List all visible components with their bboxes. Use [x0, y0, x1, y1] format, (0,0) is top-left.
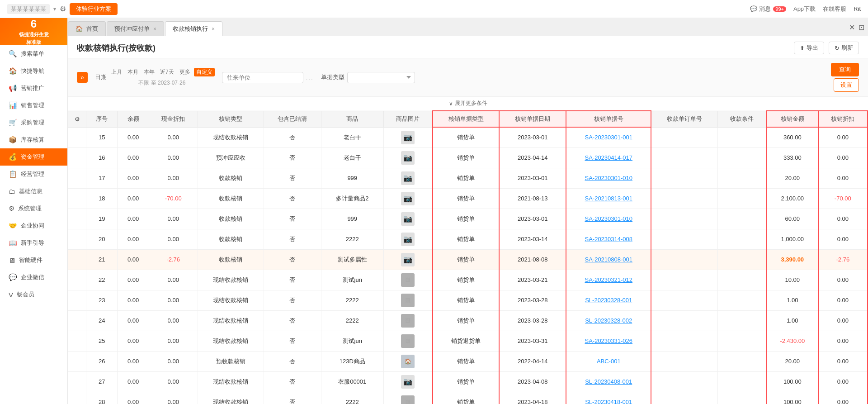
- filter-settings-button[interactable]: 设置: [834, 78, 859, 92]
- message-area[interactable]: 💬 消息 99+: [750, 5, 786, 13]
- cell-bill-no[interactable]: SA-20230321-012: [566, 270, 651, 290]
- tab-close-button[interactable]: ✕: [849, 23, 855, 31]
- cell-gear: [68, 168, 86, 188]
- cell-bill-no[interactable]: SA-20230331-026: [566, 331, 651, 351]
- cell-cancel-type: 收款核销: [198, 188, 264, 209]
- main-area: 🏠 首页 预付冲应付单 × 收款核销执行 × ✕ ⊡ 收款核销执行(按收款): [68, 18, 868, 404]
- expand-more-button[interactable]: ∨ 展开更多条件: [449, 100, 487, 107]
- date-row: 上月 本月 本年 近7天 更多 自定义: [109, 68, 215, 76]
- cell-bill-no[interactable]: SA-20210813-001: [566, 188, 651, 209]
- col-header-gear[interactable]: ⚙: [68, 111, 86, 127]
- sidebar-item-enterprise[interactable]: 🤝 企业协同: [0, 217, 67, 234]
- table-row: 20 0.00 0.00 收款核销 否 2222 📷 销货单 2023-03-1…: [68, 229, 868, 249]
- cell-bill-no[interactable]: SA-20230301-001: [566, 127, 651, 147]
- cell-product-img: 🖼: [383, 331, 433, 351]
- settings-icon[interactable]: ⚙: [60, 5, 66, 13]
- app-download-link[interactable]: App下载: [793, 5, 816, 13]
- date-last-month[interactable]: 上月: [109, 68, 124, 76]
- cell-collect-order-no: [651, 290, 717, 310]
- date-this-year[interactable]: 本年: [142, 68, 156, 76]
- cell-cancel-type: 现结收款核销: [198, 331, 264, 351]
- cell-cancel-type: 现结收款核销: [198, 392, 264, 404]
- cell-collect-condition: [717, 249, 767, 270]
- cell-collect-order-no: [651, 229, 717, 249]
- cell-bill-no[interactable]: SL-20230408-001: [566, 371, 651, 392]
- tab-collect-close-icon[interactable]: ×: [212, 26, 215, 32]
- sidebar-item-sales[interactable]: 📊 销售管理: [0, 97, 67, 114]
- company-name: 某某某某某某: [7, 4, 50, 14]
- table-container: ⚙ 序号 余额 现金折扣 核销类型 包含已结清 商品 商品图片 核销单据类型 核…: [68, 110, 868, 404]
- col-header-product: 商品: [321, 111, 383, 127]
- cell-balance: 0.00: [118, 168, 149, 188]
- cell-product: 123D商品: [321, 351, 383, 371]
- cell-seq: 21: [86, 249, 118, 270]
- tab-maximize-button[interactable]: ⊡: [859, 23, 864, 31]
- cell-bill-no[interactable]: SA-20230314-008: [566, 229, 651, 249]
- dropdown-arrow-icon[interactable]: ▾: [53, 6, 56, 12]
- sidebar-item-operations[interactable]: 📋 经营管理: [0, 166, 67, 183]
- tab-prepay[interactable]: 预付冲应付单 ×: [107, 21, 164, 36]
- cell-balance: 0.00: [118, 331, 149, 351]
- data-table: ⚙ 序号 余额 现金折扣 核销类型 包含已结清 商品 商品图片 核销单据类型 核…: [68, 110, 868, 404]
- sidebar-label-sales: 销售管理: [21, 101, 44, 109]
- cell-product: 2222: [321, 290, 383, 310]
- export-button[interactable]: ⬆ 导出: [794, 42, 824, 54]
- tab-collect[interactable]: 收款核销执行 ×: [165, 21, 222, 36]
- cell-product-img: 🖼: [383, 392, 433, 404]
- table-row: 21 0.00 -2.76 收款核销 否 测试多属性 📷 销货单 2021-08…: [68, 249, 868, 270]
- cell-bill-no[interactable]: SA-20230301-010: [566, 168, 651, 188]
- sidebar-item-finance[interactable]: 💰 资金管理: [0, 148, 67, 166]
- date-7days[interactable]: 近7天: [158, 68, 176, 76]
- sidebar-item-system[interactable]: ⚙ 系统管理: [0, 200, 67, 217]
- tab-prepay-close-icon[interactable]: ×: [153, 26, 156, 32]
- sidebar-label-purchase: 采购管理: [21, 119, 44, 127]
- sidebar-item-basic-info[interactable]: 🗂 基础信息: [0, 183, 67, 200]
- cell-gear: [68, 270, 86, 290]
- sidebar-item-search[interactable]: 🔍 搜索菜单: [0, 45, 67, 62]
- expand-button[interactable]: »: [77, 72, 88, 83]
- sidebar-item-guide[interactable]: 📖 新手引导: [0, 234, 67, 252]
- tab-home[interactable]: 🏠 首页: [68, 21, 106, 36]
- sidebar-item-wechat[interactable]: 💬 企业微信: [0, 269, 67, 286]
- sidebar-item-hardware[interactable]: 🖥 智能硬件: [0, 252, 67, 269]
- date-more[interactable]: 更多: [178, 68, 192, 76]
- cell-cancel-type: 现结收款核销: [198, 270, 264, 290]
- cell-cancel-amount: 360.00: [767, 127, 818, 147]
- cell-cash-discount: 0.00: [149, 127, 198, 147]
- date-label: 日期: [95, 73, 107, 81]
- cell-bill-no[interactable]: SL-20230328-001: [566, 290, 651, 310]
- cell-product-img: 🖼: [383, 270, 433, 290]
- cell-collect-order-no: [651, 168, 717, 188]
- cell-bill-no[interactable]: SL-20230418-001: [566, 392, 651, 404]
- cell-bill-no[interactable]: SA-20230301-010: [566, 209, 651, 229]
- cell-cash-discount: 0.00: [149, 209, 198, 229]
- trial-button[interactable]: 体验行业方案: [70, 3, 118, 15]
- cell-bill-no[interactable]: ABC-001: [566, 351, 651, 371]
- cell-bill-no[interactable]: SA-20230414-017: [566, 147, 651, 168]
- cell-cancel-discount: 0.00: [818, 331, 868, 351]
- sidebar-item-marketing[interactable]: 📢 营销推广: [0, 80, 67, 97]
- sidebar-item-purchase[interactable]: 🛒 采购管理: [0, 114, 67, 131]
- search-icon: 🔍: [9, 50, 17, 58]
- cell-cancel-discount: -70.00: [818, 188, 868, 209]
- export-icon: ⬆: [800, 45, 805, 52]
- query-button[interactable]: 查询: [831, 63, 859, 76]
- cell-balance: 0.00: [118, 371, 149, 392]
- online-service-link[interactable]: 在线客服: [823, 5, 846, 13]
- sidebar-item-quick-nav[interactable]: 🏠 快捷导航: [0, 62, 67, 80]
- refresh-button[interactable]: ↻ 刷新: [829, 42, 859, 54]
- cell-product-img: 📷: [383, 168, 433, 188]
- voucher-type-select[interactable]: [347, 72, 415, 83]
- cell-product: 衣服00001: [321, 371, 383, 392]
- sidebar-item-inventory[interactable]: 📦 库存核算: [0, 131, 67, 148]
- date-custom[interactable]: 自定义: [194, 68, 215, 76]
- cell-cancel-discount: 0.00: [818, 147, 868, 168]
- cell-bill-no[interactable]: SL-20230328-002: [566, 310, 651, 331]
- cell-bill-date: 2023-03-14: [499, 229, 566, 249]
- sidebar-item-member[interactable]: V 畅会员: [0, 286, 67, 303]
- date-this-month[interactable]: 本月: [126, 68, 140, 76]
- partner-input[interactable]: [222, 72, 303, 83]
- cell-product-img: 📷: [383, 188, 433, 209]
- cell-bill-no[interactable]: SA-20210808-001: [566, 249, 651, 270]
- member-icon: V: [9, 291, 13, 299]
